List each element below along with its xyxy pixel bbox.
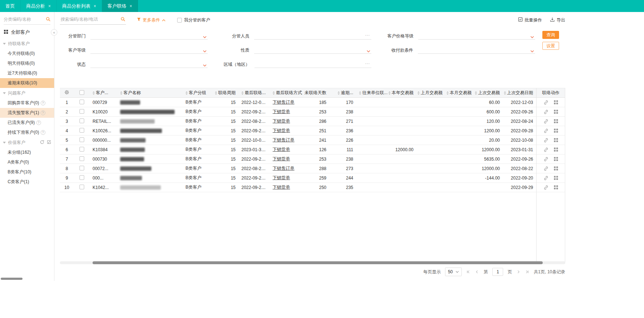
gear-icon[interactable] (64, 91, 69, 96)
more-actions-icon[interactable] (554, 128, 558, 133)
sidebar-item-class-c[interactable]: C类客户(1) (0, 177, 54, 187)
column-settings-header[interactable] (60, 88, 74, 98)
sidebar-item-ungrouped[interactable]: 未分组(162) (0, 148, 54, 157)
more-actions-icon[interactable] (554, 138, 558, 142)
contact-method-link[interactable]: 下销售订单 (273, 166, 294, 171)
sidebar-item-tomorrow-pending[interactable]: 明天待联络(0) (0, 59, 54, 68)
contact-link-icon[interactable] (543, 176, 549, 181)
more-actions-icon[interactable] (554, 157, 558, 161)
column-header-this_month_amount[interactable]: 本月交易额 (445, 88, 474, 98)
contact-link-icon[interactable] (543, 147, 549, 152)
contact-method-link[interactable]: 下销货单 (273, 147, 290, 152)
sidebar-item-overdue-uncontacted[interactable]: 逾期未联络(10) (0, 78, 54, 88)
contact-link-icon[interactable] (543, 157, 549, 162)
more-actions-icon[interactable] (554, 147, 558, 152)
row-checkbox[interactable] (80, 118, 84, 123)
row-checkbox[interactable] (80, 156, 84, 161)
row-checkbox[interactable] (80, 128, 84, 133)
search-icon[interactable] (121, 17, 125, 23)
page-number-input[interactable] (492, 268, 503, 276)
contact-link-icon[interactable] (543, 109, 549, 114)
contact-method-link[interactable]: 下销货单 (273, 109, 290, 114)
more-filters-toggle[interactable]: 更多条件 (137, 17, 166, 23)
settings-button[interactable]: 设置 (542, 42, 559, 50)
row-checkbox[interactable] (80, 137, 84, 142)
more-actions-icon[interactable] (554, 176, 558, 180)
sidebar-item-class-b[interactable]: B类客户(10) (0, 167, 54, 177)
per-page-select[interactable]: 50 (445, 267, 462, 276)
close-tab-icon[interactable]: × (48, 4, 51, 9)
filter-price-level-select[interactable] (418, 32, 535, 40)
filter-payment-terms-select[interactable] (418, 46, 535, 54)
contact-link-icon[interactable] (543, 100, 549, 105)
column-header-method[interactable]: 最后联络方式 (270, 88, 304, 98)
column-header-last_date[interactable]: 上次交易日期 (503, 88, 536, 98)
contact-link-icon[interactable] (543, 138, 549, 143)
sidebar-item-all-customers[interactable]: 全部客户 (0, 25, 54, 39)
sidebar-section-value-customers[interactable]: 价值客户 (0, 137, 54, 148)
column-header-cycle[interactable]: 联络周期 (213, 88, 239, 98)
contact-method-link[interactable]: 下销货单 (273, 118, 290, 124)
first-page-button[interactable] (466, 270, 470, 274)
column-header-code[interactable]: 客户... (90, 88, 117, 98)
table-scrollbar-thumb[interactable] (93, 261, 543, 264)
sidebar-section-problem-customers[interactable]: 问题客户 (0, 88, 54, 98)
contact-link-icon[interactable] (543, 128, 549, 133)
more-actions-icon[interactable] (554, 100, 558, 105)
export-button[interactable]: 导出 (550, 17, 565, 23)
column-header-partner[interactable]: 往来单位联... (356, 88, 387, 98)
sidebar-item-declining[interactable]: 持续下滑客户(0)? (0, 128, 54, 137)
refresh-icon[interactable] (40, 140, 44, 145)
tab-product-analysis[interactable]: 商品分析 × (21, 0, 57, 12)
more-actions-icon[interactable] (554, 119, 558, 124)
contact-link-icon[interactable] (543, 166, 549, 171)
batch-operations-button[interactable]: 批量操作 (518, 17, 542, 23)
contact-link-icon[interactable] (543, 185, 549, 190)
row-checkbox[interactable] (80, 109, 84, 114)
last-page-button[interactable] (525, 270, 529, 274)
sidebar-item-repurchase-abnormal[interactable]: 回购异常客户(0)? (0, 98, 54, 108)
filter-customer-level-select[interactable] (90, 46, 208, 54)
contact-method-link[interactable]: 下销货单 (273, 156, 290, 161)
column-header-last_amount[interactable]: 上次交易额 (474, 88, 503, 98)
my-customers-filter[interactable]: 我分管的客户 (177, 17, 210, 23)
column-header-days[interactable]: 未联络天数 (304, 88, 329, 98)
more-actions-icon[interactable] (554, 109, 558, 114)
close-tab-icon[interactable]: × (130, 4, 132, 9)
tab-customer-contact[interactable]: 客户联络 × (102, 0, 138, 12)
select-all-checkbox[interactable] (80, 90, 84, 95)
row-checkbox[interactable] (80, 100, 84, 104)
row-checkbox[interactable] (80, 166, 84, 170)
sidebar-item-churned[interactable]: 已流失客户(9)? (0, 118, 54, 128)
row-checkbox[interactable] (80, 185, 84, 189)
filter-status-select[interactable] (90, 60, 208, 68)
sidebar-section-pending-contact[interactable]: 待联络客户 (0, 39, 54, 49)
row-checkbox[interactable] (80, 175, 84, 180)
edit-icon[interactable] (47, 140, 51, 145)
column-header-last_contact[interactable]: 最后联络... (239, 88, 270, 98)
filter-department-select[interactable] (90, 32, 208, 40)
more-actions-icon[interactable] (554, 185, 558, 190)
contact-method-link[interactable]: 下销货单 (273, 185, 290, 190)
more-actions-icon[interactable] (554, 166, 558, 171)
customer-search-input[interactable]: 搜索编码/名称/电话 (60, 15, 126, 25)
close-tab-icon[interactable]: × (94, 4, 96, 9)
contact-link-icon[interactable] (543, 119, 549, 124)
search-icon[interactable] (46, 17, 50, 23)
tab-home[interactable]: 首页 (0, 0, 21, 12)
next-page-button[interactable] (516, 270, 521, 274)
sidebar-item-churn-warning[interactable]: 流失预警客户(1)? (0, 108, 54, 118)
filter-manager-picker[interactable]: ... (254, 32, 371, 40)
contact-method-link[interactable]: 下销货单 (273, 175, 290, 180)
filter-nature-select[interactable] (254, 46, 371, 54)
contact-method-link[interactable]: 下销货单 (273, 128, 290, 133)
contact-method-link[interactable]: 下销售订单 (273, 137, 294, 142)
sidebar-scrollbar-thumb[interactable] (1, 278, 23, 280)
column-header-actions[interactable]: 联络动作 (536, 88, 565, 98)
my-customers-checkbox[interactable] (177, 18, 182, 23)
column-header-name[interactable]: 客户名称 (117, 88, 183, 98)
tab-product-analysis-list[interactable]: 商品分析列表 × (57, 0, 102, 12)
select-all-header[interactable] (74, 88, 90, 98)
query-button[interactable]: 查询 (542, 31, 559, 39)
prev-page-button[interactable] (475, 270, 479, 274)
